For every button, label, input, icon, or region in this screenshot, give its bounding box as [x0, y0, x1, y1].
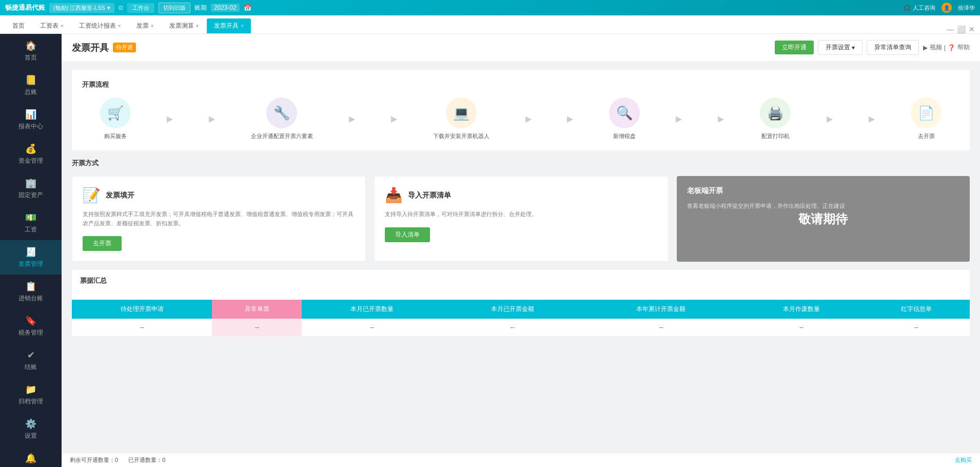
footer-bar: 剩余可开通数量：0 已开通数量：0 去购买 — [62, 453, 980, 467]
sidebar-item-salary[interactable]: 💵 工资 — [0, 206, 62, 240]
issue-method-title: 开票方式 — [72, 159, 970, 168]
sidebar-item-purchase[interactable]: 📋 进销台账 — [0, 275, 62, 309]
top-bar: 畅捷通易代账 (勉励) 江西服室-LSS ▾ ⧉ 工作台 切到旧版 账期 202… — [0, 0, 980, 15]
avatar-icon: 👤 — [944, 5, 950, 11]
content-body: 开票流程 🛒 购买服务 ▶ ▶ 🔧 企业开通配置开票六要素 — [62, 62, 980, 345]
tab-home[interactable]: 首页 — [5, 18, 32, 33]
manual-card-title: 发票填开 — [106, 191, 134, 200]
open-now-button[interactable]: 立即开通 — [775, 41, 814, 54]
summary-section-title: 票据汇总 — [80, 276, 962, 285]
buy-link[interactable]: 去购买 — [955, 456, 972, 464]
sidebar-label-home: 首页 — [25, 53, 37, 62]
open-settings-button[interactable]: 开票设置 ▾ — [818, 40, 863, 55]
calendar-icon[interactable]: 📅 — [244, 4, 251, 11]
sidebar-item-guide[interactable]: 🔔 新手引导 — [0, 446, 62, 467]
summary-header-row: 待处理开票申请 异常单票 本月已开票数量 本月已开票金额 本年累计开票金额 本月… — [72, 300, 970, 319]
buy-service-icon: 🛒 — [107, 105, 124, 121]
tab-invoice-calc-close[interactable]: × — [196, 23, 199, 29]
sidebar-item-ledger[interactable]: 📒 总账 — [0, 68, 62, 103]
sidebar-item-home[interactable]: 🏠 首页 — [0, 34, 62, 68]
manual-card-icon: 📝 — [83, 187, 101, 204]
help-area[interactable]: ▶ 视频 | ❓ 帮助 — [923, 43, 970, 52]
sidebar-item-archive[interactable]: 📁 归档管理 — [0, 378, 62, 412]
import-list-button[interactable]: 导入清单 — [385, 227, 430, 242]
guide-icon: 🔔 — [25, 453, 36, 464]
coming-soon-text: 敬请期待 — [798, 211, 848, 227]
cell-pending[interactable]: -- — [72, 319, 212, 337]
window-controls: — ⬜ ✕ — [947, 25, 975, 33]
printer-icon: 🖨️ — [767, 105, 783, 121]
boss-card-title: 老板端开票 — [687, 186, 723, 196]
step-download-label: 下载并安装开票机器人 — [433, 132, 489, 140]
cell-exception[interactable]: -- — [212, 319, 302, 337]
workspace-button[interactable]: 工作台 — [127, 3, 154, 13]
copy-icon[interactable]: ⧉ — [119, 4, 123, 11]
divider: | — [944, 44, 946, 51]
sidebar-item-settlement[interactable]: ✔ 结账 — [0, 343, 62, 378]
tab-invoice-close[interactable]: × — [151, 23, 154, 29]
summary-section: 票据汇总 待处理开票申请 异常单票 本月已开票数量 本月已开票金额 本年累计开票… — [72, 270, 970, 337]
step-add-tax[interactable]: 🔍 新增税盘 — [609, 98, 640, 140]
tab-salary-stats-close[interactable]: × — [118, 23, 121, 29]
step-buy-service[interactable]: 🛒 购买服务 — [100, 98, 131, 140]
manual-issue-button[interactable]: 去开票 — [83, 236, 122, 251]
tab-invoice[interactable]: 发票 × — [129, 18, 161, 33]
step-printer-label: 配置打印机 — [761, 132, 790, 140]
step-configure-icon-wrap: 🔧 — [266, 98, 297, 128]
user-avatar[interactable]: 👤 — [942, 3, 952, 13]
window-minimize-icon[interactable]: — — [947, 25, 954, 33]
pending-badge: 待开通 — [113, 43, 136, 52]
user-name[interactable]: 徐泽华 — [958, 4, 975, 12]
arrow-1b: ▶ — [209, 114, 215, 124]
sidebar-item-tax[interactable]: 🔖 税务管理 — [0, 309, 62, 343]
header-actions: 立即开通 开票设置 ▾ 异常清单查询 ▶ 视频 | ❓ 帮助 — [775, 40, 970, 55]
tab-invoice-calc[interactable]: 发票测算 × — [162, 18, 206, 33]
step-buy-label: 购买服务 — [104, 132, 127, 140]
tab-salary[interactable]: 工资表 × — [33, 18, 71, 33]
window-maximize-icon[interactable]: ⬜ — [957, 25, 966, 33]
step-configure[interactable]: 🔧 企业开通配置开票六要素 — [251, 98, 313, 140]
step-download[interactable]: 💻 下载并安装开票机器人 — [433, 98, 489, 140]
sidebar-item-invoice-mgmt[interactable]: 🧾 发票管理 — [0, 240, 62, 275]
col-month-count: 本月已开票数量 — [302, 300, 442, 319]
tab-invoice-issue-close[interactable]: × — [241, 23, 244, 29]
sidebar-item-capital[interactable]: 💰 资金管理 — [0, 137, 62, 171]
boss-terminal-card: 老板端开票 查看老板端小程序提交的开票申请，并作出相应处理。正在建设 敬请期待 — [677, 176, 970, 262]
cell-year-amount: -- — [582, 319, 739, 337]
purchase-icon: 📋 — [25, 281, 36, 292]
company-name: (勉励) 江西服室-LSS — [53, 4, 105, 12]
period-value[interactable]: 2023-02 — [211, 4, 240, 12]
arrow-3: ▶ — [525, 114, 532, 124]
col-pending: 待处理开票申请 — [72, 300, 212, 319]
flow-steps: 🛒 购买服务 ▶ ▶ 🔧 企业开通配置开票六要素 ▶ ▶ — [82, 98, 959, 140]
page-title-wrap: 发票开具 待开通 — [72, 42, 136, 54]
cell-month-count: -- — [302, 319, 442, 337]
configure-icon: 🔧 — [273, 105, 290, 121]
home-icon: 🏠 — [25, 40, 36, 51]
service-button[interactable]: 🎧 人工咨询 — [904, 4, 935, 12]
step-issue[interactable]: 📄 去开票 — [911, 98, 942, 140]
app-logo: 畅捷通易代账 — [5, 3, 45, 12]
window-close-icon[interactable]: ✕ — [969, 25, 975, 33]
step-buy-icon-wrap: 🛒 — [100, 98, 131, 128]
period-label: 账期 — [194, 4, 207, 12]
step-issue-label: 去开票 — [918, 132, 935, 140]
step-printer[interactable]: 🖨️ 配置打印机 — [760, 98, 791, 140]
step-add-tax-label: 新增税盘 — [613, 132, 636, 140]
sidebar-item-reports[interactable]: 📊 报表中心 — [0, 103, 62, 137]
tab-salary-stats[interactable]: 工资统计报表 × — [72, 18, 128, 33]
settlement-icon: ✔ — [27, 349, 35, 361]
tab-invoice-issue[interactable]: 发票开具 × — [207, 18, 251, 33]
sidebar-item-assets[interactable]: 🏢 固定资产 — [0, 171, 62, 206]
reports-icon: 📊 — [25, 109, 36, 120]
company-selector[interactable]: (勉励) 江西服室-LSS ▾ — [49, 3, 114, 13]
old-version-button[interactable]: 切到旧版 — [159, 3, 190, 13]
import-card-icon: 📥 — [385, 187, 403, 204]
exception-query-button[interactable]: 异常清单查询 — [867, 40, 919, 55]
tab-invoice-issue-label: 发票开具 — [214, 22, 239, 30]
opened-quota: 已开通数量：0 — [128, 456, 165, 464]
sidebar-label-settlement: 结账 — [25, 363, 37, 372]
sidebar-item-settings[interactable]: ⚙️ 设置 — [0, 412, 62, 446]
tab-salary-close[interactable]: × — [61, 23, 64, 29]
salary-icon: 💵 — [25, 212, 36, 223]
